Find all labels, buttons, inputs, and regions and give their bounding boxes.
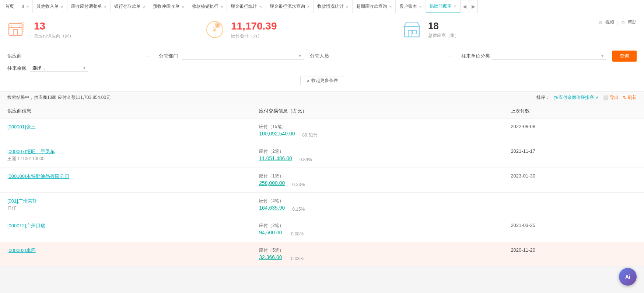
category-dropdown-icon[interactable]: ▼ <box>601 54 604 58</box>
supplier-name-link[interactable]: [000007]恒旺二手叉车 <box>7 148 259 155</box>
summary-text-payable: 11,170.39 应付合计（万） <box>231 20 277 39</box>
summary-card-suppliers: 13 总应付供应商（家） <box>7 19 197 40</box>
category-select[interactable] <box>494 54 601 59</box>
nav-prev-arrow[interactable]: ◀ <box>460 0 469 13</box>
summary-text-suppliers: 13 总应付供应商（家） <box>34 20 74 39</box>
help-link[interactable]: 帮助 <box>628 19 637 25</box>
suppliers-icon <box>7 19 28 40</box>
trans-amount[interactable]: 11,051,486.00 <box>259 155 292 161</box>
filter-row-1: 供应商 ··· 分管部门 ▼ 分管人员 ··· <box>7 51 637 62</box>
last-pay-date: 2020-11-20 <box>511 247 637 253</box>
balance-dropdown-icon[interactable]: ▼ <box>83 66 86 70</box>
summary-card-payable: ¥ 米 11,170.39 应付合计（万） <box>204 19 394 40</box>
person-filter-label: 分管人员 <box>310 53 330 59</box>
cash-bank-stat-close-icon[interactable]: × <box>259 4 262 9</box>
supplier-input[interactable] <box>32 52 146 60</box>
other-income-close-icon[interactable]: × <box>61 4 63 9</box>
supplier-info-cell: [000001]张三 <box>7 124 259 131</box>
supplier-input-wrapper: ··· <box>30 51 153 61</box>
prepay-collect-close-icon[interactable]: × <box>182 4 184 9</box>
sort-dropdown-icon: ∨ <box>595 95 599 100</box>
supplier-account-close-icon[interactable]: × <box>454 4 456 8</box>
nav-next-arrow[interactable]: ▶ <box>469 0 478 13</box>
tab3-label: 3 <box>22 4 24 9</box>
supplier-info-cell: [000012]广州贝瑞 <box>7 223 259 230</box>
sort-value[interactable]: 按应付余额倒序排序 ∨ <box>554 94 599 101</box>
col-supplier-info: 供应商信息 <box>7 108 259 114</box>
nav-tab-ar-adjust[interactable]: 应收应付调整单 × <box>67 0 111 13</box>
dept-dropdown-icon[interactable]: ▼ <box>298 54 302 58</box>
trans-info-cell: 应付（4笔） 164,635.90 0.15% <box>259 198 511 212</box>
trans-pct: 0.08% <box>291 223 304 237</box>
payable-total-value: 11,170.39 <box>231 20 277 32</box>
supplier-name-link[interactable]: [001]广州荣轩 <box>7 198 259 204</box>
nav-tab-collect-stat[interactable]: 收款情况统计 × <box>314 0 352 13</box>
supplier-name-link[interactable]: [000012]广州贝瑞 <box>7 223 259 229</box>
customer-account-label: 客户账本 <box>399 3 417 10</box>
dept-filter: 分管部门 ▼ <box>159 53 304 60</box>
nav-tab-customer-account[interactable]: 客户账本 × <box>396 0 426 13</box>
nav-tab-cash-bank-flow[interactable]: 现金银行流水查询 × <box>266 0 314 13</box>
bank-deposit-close-icon[interactable]: × <box>143 4 145 9</box>
trans-amount[interactable]: 32,366.00 <box>259 254 284 260</box>
dept-filter-label: 分管部门 <box>159 53 179 59</box>
nav-tab-prepay-collect[interactable]: 预收冲应收单 × <box>149 0 188 13</box>
trans-pct: 9.89% <box>300 148 312 162</box>
supplier-name-link[interactable]: [000001]张三 <box>7 124 259 130</box>
overdue-collect-close-icon[interactable]: × <box>389 4 392 9</box>
collect-stat-close-icon[interactable]: × <box>346 4 348 9</box>
nav-tab-3[interactable]: 3 × <box>18 0 33 13</box>
balance-filter-label: 往来余额 <box>7 65 28 72</box>
ar-adjust-close-icon[interactable]: × <box>104 4 106 9</box>
collect-verify-label: 收款核销执行 <box>192 3 218 10</box>
trans-pct: 0.23% <box>292 173 305 187</box>
supplier-info-cell: [001]广州荣轩 仔仔 <box>7 198 259 211</box>
refresh-link[interactable]: ↻ 刷新 <box>623 94 637 101</box>
nav-tab-bank-deposit[interactable]: 银行存取款单 × <box>111 0 149 13</box>
sort-label: 排序： <box>536 94 550 101</box>
trans-amount[interactable]: 100,092,540.00 <box>259 131 295 137</box>
trans-pct: 89.61% <box>302 124 318 138</box>
trans-info-cell: 应付（5笔） 32,366.00 0.03% <box>259 247 511 261</box>
top-navigation: 首页 3 × 其他收入单 × 应收应付调整单 × 银行存取款单 × 预收冲应收单… <box>0 0 644 13</box>
trans-amount[interactable]: 258,000.00 <box>259 180 285 186</box>
dept-select-wrapper: ▼ <box>182 53 304 60</box>
tab3-close-icon[interactable]: × <box>27 4 29 9</box>
collect-verify-close-icon[interactable]: × <box>221 4 223 9</box>
trans-info-inner: 应付（15笔） 100,092,540.00 <box>259 124 295 137</box>
video-link[interactable]: 视频 <box>605 19 614 25</box>
table-row: [000007]恒旺二手叉车 王通 17106110000 应付（2笔） 11,… <box>0 143 644 168</box>
nav-tab-overdue-collect[interactable]: 超期应收款查询 × <box>353 0 396 13</box>
trans-info-inner: 应付（5笔） 32,366.00 <box>259 247 284 260</box>
nav-tab-cash-bank-stat[interactable]: 现金银行统计 × <box>227 0 266 13</box>
export-link[interactable]: ⬜ 导出 <box>603 94 619 101</box>
person-input[interactable] <box>335 52 448 60</box>
nav-tab-supplier-account[interactable]: 供应商账本 × <box>426 0 460 13</box>
supplier-dots-icon[interactable]: ··· <box>146 53 150 59</box>
nav-tab-other-income[interactable]: 其他收入单 × <box>33 0 67 13</box>
last-pay-date: 2023-01-30 <box>511 173 637 179</box>
trans-amount[interactable]: 94,600.00 <box>259 230 284 235</box>
results-bar: 搜索结果中，供应商13家 应付金额111,703,854.00元 排序： 按应付… <box>0 92 644 104</box>
results-summary-text: 搜索结果中，供应商13家 应付金额111,703,854.00元 <box>7 94 111 101</box>
nav-tab-home[interactable]: 首页 <box>1 0 18 13</box>
total-suppliers-value: 18 <box>428 20 459 32</box>
person-dots-icon[interactable]: ··· <box>448 53 453 59</box>
supplier-name-link[interactable]: [000002]李四 <box>7 247 259 254</box>
supplier-name-link[interactable]: [000100]本特勤油品有限公司 <box>7 173 259 180</box>
nav-tab-collect-verify[interactable]: 收款核销执行 × <box>188 0 227 13</box>
ar-adjust-label: 应收应付调整单 <box>71 3 102 10</box>
last-pay-date: 2021-11-17 <box>511 148 637 154</box>
customer-account-close-icon[interactable]: × <box>419 4 421 9</box>
total-payable-suppliers-value: 13 <box>34 20 74 32</box>
collapse-button[interactable]: ∧ 收起更多条件 <box>300 76 344 85</box>
query-button[interactable]: 查询 <box>612 51 637 62</box>
collapse-label: 收起更多条件 <box>311 77 338 84</box>
trans-info-inner: 应付（4笔） 164,635.90 <box>259 198 285 211</box>
balance-select[interactable]: 选择... <box>32 65 83 70</box>
trans-amount[interactable]: 164,635.90 <box>259 205 285 211</box>
cash-bank-flow-close-icon[interactable]: × <box>307 4 309 9</box>
dept-select[interactable] <box>184 54 298 59</box>
refresh-icon: ↻ <box>623 95 627 100</box>
category-filter: 往来单位分类 ▼ <box>461 53 607 60</box>
